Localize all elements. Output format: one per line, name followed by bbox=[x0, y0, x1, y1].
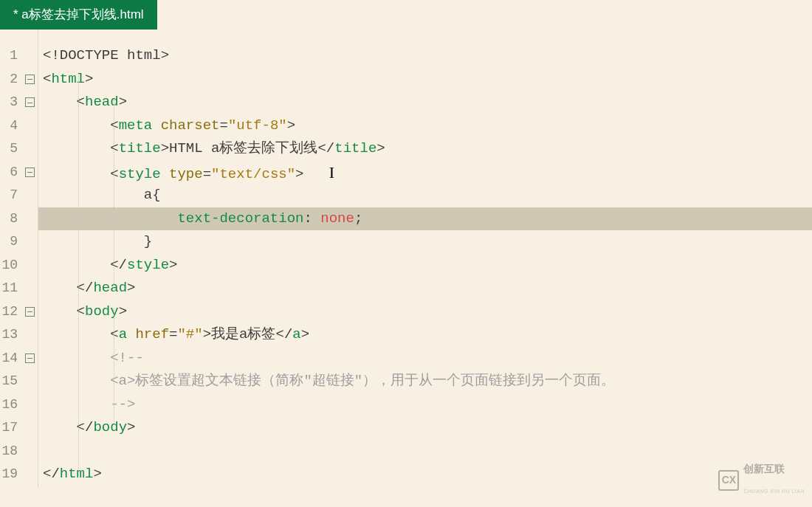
code-line[interactable]: <title>HTML a标签去除下划线</title> bbox=[38, 137, 812, 161]
code-content[interactable]: <!DOCTYPE html> <html> <head> <meta char… bbox=[38, 30, 812, 486]
code-line[interactable]: } bbox=[38, 230, 812, 254]
line-number: 8 bbox=[0, 207, 18, 231]
code-line[interactable]: </html> bbox=[38, 463, 812, 486]
line-number: 18 bbox=[0, 440, 18, 463]
line-number: 11 bbox=[0, 277, 18, 300]
line-number: 17 bbox=[0, 416, 18, 440]
code-line[interactable]: --> bbox=[38, 393, 812, 417]
fold-toggle-icon[interactable] bbox=[25, 75, 35, 84]
code-line[interactable]: <a>标签设置超文本链接（简称"超链接"），用于从一个页面链接到另一个页面。 bbox=[38, 370, 812, 393]
fold-gutter bbox=[22, 30, 38, 486]
line-number: 3 bbox=[0, 91, 18, 114]
watermark-subtext: CHUANG XIN HU LIAN bbox=[743, 480, 805, 503]
code-line[interactable]: <body> bbox=[38, 300, 812, 324]
file-tab-label: * a标签去掉下划线.html bbox=[13, 3, 144, 27]
fold-toggle-icon[interactable] bbox=[25, 168, 35, 177]
watermark: CX 创新互联 CHUANG XIN HU LIAN bbox=[718, 458, 805, 503]
line-number: 10 bbox=[0, 254, 18, 277]
line-number: 19 bbox=[0, 463, 18, 486]
line-number: 15 bbox=[0, 370, 18, 393]
watermark-text: 创新互联 bbox=[743, 458, 805, 481]
line-number: 2 bbox=[0, 68, 18, 92]
line-number: 1 bbox=[0, 44, 18, 68]
code-line[interactable]: a{ bbox=[38, 184, 812, 207]
text-cursor-icon: I bbox=[329, 163, 334, 182]
line-number: 4 bbox=[0, 114, 18, 138]
code-line[interactable]: <style type="text/css"> I bbox=[38, 161, 812, 184]
line-number: 6 bbox=[0, 161, 18, 184]
code-line[interactable]: </body> bbox=[38, 416, 812, 440]
code-line[interactable]: <meta charset="utf-8"> bbox=[38, 114, 812, 138]
code-line[interactable]: </head> bbox=[38, 277, 812, 300]
fold-toggle-icon[interactable] bbox=[25, 353, 35, 363]
code-line[interactable]: <!-- bbox=[38, 347, 812, 370]
line-number: 14 bbox=[0, 347, 18, 370]
tab-bar: * a标签去掉下划线.html bbox=[0, 0, 812, 30]
line-number: 9 bbox=[0, 230, 18, 254]
code-line[interactable]: </style> bbox=[38, 254, 812, 277]
line-number: 5 bbox=[0, 137, 18, 161]
line-number: 12 bbox=[0, 300, 18, 324]
fold-toggle-icon[interactable] bbox=[25, 97, 35, 107]
fold-toggle-icon[interactable] bbox=[25, 307, 35, 317]
line-number-gutter: 1 2 3 4 5 6 7 8 9 10 11 12 13 14 15 16 1… bbox=[0, 30, 22, 486]
code-line[interactable]: <!DOCTYPE html> bbox=[38, 44, 812, 68]
line-number: 16 bbox=[0, 393, 18, 417]
code-line[interactable]: <html> bbox=[38, 68, 812, 92]
file-tab[interactable]: * a标签去掉下划线.html bbox=[0, 0, 157, 30]
code-line[interactable]: <a href="#">我是a标签</a> bbox=[38, 323, 812, 347]
code-line[interactable]: <head> bbox=[38, 91, 812, 114]
editor[interactable]: 1 2 3 4 5 6 7 8 9 10 11 12 13 14 15 16 1… bbox=[0, 30, 812, 486]
code-line-active[interactable]: text-decoration: none; bbox=[38, 207, 812, 231]
watermark-logo-icon: CX bbox=[718, 470, 739, 491]
line-number: 13 bbox=[0, 323, 18, 347]
code-line[interactable] bbox=[38, 440, 812, 463]
line-number: 7 bbox=[0, 184, 18, 207]
